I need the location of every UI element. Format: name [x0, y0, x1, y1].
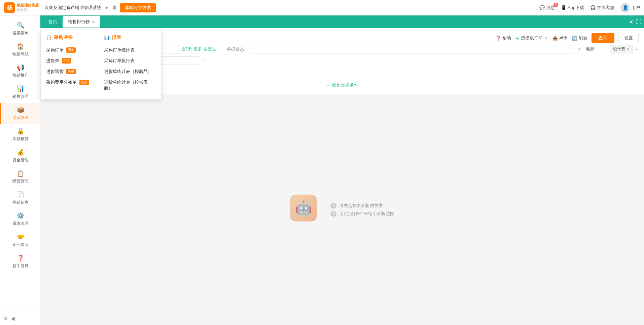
help-icon: ❓	[496, 36, 501, 41]
dropdown-item-purchase-order[interactable]: 采购订单 历史	[46, 45, 98, 55]
col2-icon: 📊	[104, 35, 110, 40]
message-icon: 💬	[539, 5, 545, 10]
chevron-up-icon: ︿	[326, 82, 331, 88]
header-middle: 装备及固定资产辅助管理系统 ▼ ⚙ 体验行业方案	[44, 3, 539, 12]
header-right: 💬 消息 9 📱 App下载 🎧 在线客服 👤 用户	[539, 3, 640, 12]
sidebar-item-inventory[interactable]: 🔒 库存核算	[0, 124, 40, 145]
sidebar-item-system[interactable]: ⚙️ 系统管理	[0, 209, 40, 230]
col1-icon: 📋	[46, 35, 52, 40]
date-quick-7days[interactable]: 近7天	[181, 46, 192, 52]
sidebar-item-quicknav[interactable]: 🏠 快捷导航	[0, 39, 40, 60]
tab-right-actions: ✕ ⛶	[629, 19, 641, 25]
dropdown-item-return[interactable]: 进货退货 历史	[46, 66, 98, 77]
headset-icon: 🎧	[590, 5, 596, 10]
goods-tag-close[interactable]: ✕	[627, 47, 630, 52]
message-badge: 9	[553, 3, 558, 7]
col1-title: 📋 采购业务	[46, 35, 98, 41]
dropdown-col-report: 📊 报表 采购订单统计表 采购订单执行表 进货单统计表（按商品） 进货单统计表（…	[104, 35, 156, 94]
history-badge-0: 历史	[66, 47, 76, 53]
history-badge-3: 历史	[79, 80, 89, 85]
export-btn[interactable]: 📤 导出	[552, 35, 568, 41]
dropdown-item-order-exec[interactable]: 采购订单执行表	[104, 55, 156, 66]
history-badge-2: 历史	[66, 69, 76, 74]
sidebar-settings-btn[interactable]: ⚙	[3, 315, 8, 322]
online-service-btn[interactable]: 🎧 在线客服	[590, 5, 614, 11]
export-icon: 📤	[552, 36, 558, 41]
logo-area: 畅 畅捷通好生意 标准版	[4, 2, 44, 13]
empty-state: 🤖 ① 请先选择要分析的方案 ② 用[过滤]条件来缩小分析范围	[40, 94, 644, 325]
date-quick-custom[interactable]: 自定义	[204, 46, 216, 52]
tab-close-window-btn[interactable]: ✕	[629, 19, 633, 25]
dropdown-item-expense[interactable]: 采购费用分摊单 历史	[46, 77, 98, 88]
tab-close-btn[interactable]: ✕	[92, 20, 95, 24]
date-quick-more[interactable]: 更多	[194, 46, 202, 52]
print-icon: 🖨	[515, 36, 520, 41]
sales-icon: 📊	[17, 85, 24, 92]
system-icon: ⚙️	[17, 212, 24, 219]
sidebar: 🔍 搜索菜单 🏠 快捷导航 📢 营销推广 📊 销售管理 📦 采购管理 🔒 库存核…	[0, 15, 40, 325]
bill-status-chevron: ▼	[577, 47, 582, 52]
sidebar-item-marketing[interactable]: 📢 营销推广	[0, 60, 40, 82]
dropdown-item-stock-in[interactable]: 进货单 历史	[46, 55, 98, 66]
megaphone-icon: 📢	[17, 64, 24, 71]
finance-icon: 💰	[17, 149, 24, 156]
dropdown-columns: 📋 采购业务 采购订单 历史 进货单 历史 进货退货 历史 采购费用分摊单 历史	[46, 35, 156, 94]
sidebar-item-business[interactable]: 📋 经营管理	[0, 166, 40, 188]
tab-maximize-btn[interactable]: ⛶	[636, 19, 641, 25]
dropdown-item-order-stat[interactable]: 采购订单统计表	[104, 45, 156, 55]
sidebar-collapse-btn[interactable]: ◀	[11, 315, 15, 322]
empty-illustration: 🤖	[290, 195, 317, 221]
goods-tag: 设计费 ✕	[610, 45, 633, 53]
sidebar-bottom: ⚙ ◀	[0, 312, 40, 325]
avatar: 👤	[620, 3, 630, 12]
query-btn[interactable]: 查询	[592, 33, 614, 43]
refresh-btn[interactable]: 🔄 刷新	[572, 35, 587, 41]
col2-title: 📊 报表	[104, 35, 156, 41]
dropdown-item-supplier-stat[interactable]: 进货单统计表（按供应商）	[104, 77, 156, 94]
system-dropdown-btn[interactable]: ▼	[105, 5, 109, 10]
search-icon: 🔍	[17, 22, 24, 29]
sidebar-item-guide[interactable]: ❓ 新手引导	[0, 251, 40, 272]
dropdown-col-purchase: 📋 采购业务 采购订单 历史 进货单 历史 进货退货 历史 采购费用分摊单 历史	[46, 35, 98, 94]
history-badge-1: 历史	[62, 58, 71, 64]
help-btn[interactable]: ❓ 帮助	[496, 35, 511, 41]
sidebar-item-finance[interactable]: 💰 资金管理	[0, 145, 40, 166]
app-download-btn[interactable]: 📱 App下载	[561, 5, 584, 11]
guide-icon: ❓	[17, 254, 24, 262]
system-title: 装备及固定资产辅助管理系统	[44, 5, 101, 11]
inventory-icon: 🔒	[17, 127, 24, 135]
top-header: 畅 畅捷通好生意 标准版 装备及固定资产辅助管理系统 ▼ ⚙ 体验行业方案 💬 …	[0, 0, 644, 15]
tab-home[interactable]: 首页	[43, 16, 63, 28]
basic-icon: 📄	[17, 191, 24, 198]
sidebar-item-basic[interactable]: 📄 基础信息	[0, 188, 40, 209]
goods-more-btn[interactable]: ···	[634, 46, 639, 52]
logo-text: 畅捷通好生意 标准版	[17, 3, 39, 12]
industry-btn[interactable]: 体验行业方案	[120, 3, 156, 12]
salesman-more-btn[interactable]: ···	[202, 58, 206, 64]
tab-sales-ranking[interactable]: 销售排行榜 ✕	[63, 16, 100, 28]
home-icon: 🏠	[17, 43, 24, 50]
sidebar-item-search[interactable]: 🔍 搜索菜单	[0, 18, 40, 39]
sidebar-item-purchase[interactable]: 📦 采购管理	[0, 103, 40, 124]
user-btn[interactable]: 👤 用户	[620, 3, 640, 12]
message-btn[interactable]: 💬 消息 9	[539, 5, 555, 11]
empty-tip-1: ① 请先选择要分析的方案	[330, 203, 394, 209]
set-btn[interactable]: 设置	[618, 33, 639, 43]
dropdown-item-goods-stat[interactable]: 进货单统计表（按商品）	[104, 66, 156, 77]
sidebar-item-sales[interactable]: 📊 销售管理	[0, 82, 40, 103]
phone-icon: 📱	[561, 5, 566, 10]
business-icon: 📋	[17, 170, 24, 177]
logo-icon: 畅	[4, 2, 15, 13]
purchase-dropdown-menu: 📋 采购业务 采购订单 历史 进货单 历史 进货退货 历史 采购费用分摊单 历史	[40, 29, 162, 99]
collapse-btn[interactable]: ︿ 收起更多条件	[326, 82, 358, 88]
tab-bar: 首页 销售排行榜 ✕ ✕ ⛶	[40, 15, 644, 28]
header-settings-btn[interactable]: ⚙	[112, 4, 117, 11]
purchase-icon: 📦	[17, 106, 24, 114]
sidebar-item-collab[interactable]: 🤝 企业协同	[0, 230, 40, 251]
print-btn[interactable]: 🖨 按模板打印 ▼	[515, 35, 548, 41]
bill-status-input[interactable]	[251, 45, 575, 53]
empty-tip-2: ② 用[过滤]条件来缩小分析范围	[330, 211, 394, 217]
refresh-icon: 🔄	[572, 36, 577, 41]
dropdown-divider	[101, 35, 101, 94]
empty-tips: ① 请先选择要分析的方案 ② 用[过滤]条件来缩小分析范围	[330, 203, 394, 217]
